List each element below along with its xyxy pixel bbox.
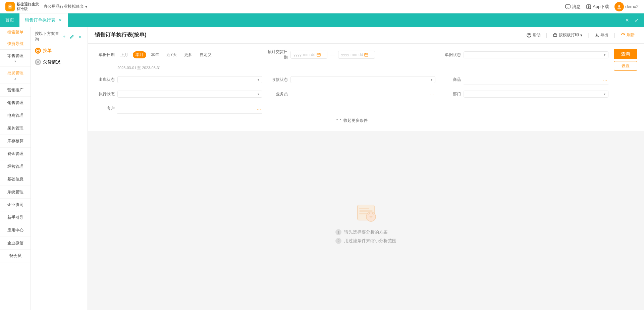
date-tab-more[interactable]: 更多 bbox=[181, 51, 195, 58]
sidebar-item-system[interactable]: 系统管理 bbox=[0, 186, 31, 199]
settings-btn[interactable]: 设置 bbox=[614, 61, 637, 71]
department-select[interactable]: ▾ bbox=[464, 91, 608, 98]
sidebar-item-label: 系统管理 bbox=[7, 189, 23, 195]
sidebar-item-label: 零售管理 bbox=[7, 53, 23, 59]
expected-date-from[interactable]: yyyy-mm-dd bbox=[290, 51, 327, 59]
sidebar-item-retail[interactable]: 零售管理 ▾ bbox=[0, 50, 31, 67]
calendar-icon bbox=[317, 53, 321, 57]
scheme-item-order[interactable]: 按单 bbox=[31, 45, 88, 56]
svg-point-8 bbox=[36, 60, 40, 64]
chevron-down-icon: ▾ bbox=[258, 92, 259, 96]
refresh-btn[interactable]: 刷新 bbox=[618, 31, 637, 39]
sidebar-item-operation[interactable]: 经营管理 bbox=[0, 160, 31, 173]
chevron-down-icon: ▾ bbox=[85, 4, 87, 9]
sidebar-item-guide[interactable]: 新手引导 bbox=[0, 211, 31, 224]
header-left: 畅捷通好生意 标准版 办公用品行业模拟账套 ▾ bbox=[5, 2, 89, 11]
filter-section: 单据日期 上月 本月 本年 近7天 更多 自定义 bbox=[88, 44, 644, 132]
sidebar-item-label: 资金管理 bbox=[7, 151, 23, 157]
sidebar-item-cooperation[interactable]: 企业协同 bbox=[0, 199, 31, 211]
salesperson-more-btn[interactable]: … bbox=[429, 90, 435, 98]
app-download-btn[interactable]: App下载 bbox=[586, 4, 609, 10]
customer-label: 客户 bbox=[95, 106, 115, 111]
sidebar-quick-nav[interactable]: 快捷导航 bbox=[0, 38, 31, 50]
sidebar-item-marketing[interactable]: 营销推广 bbox=[0, 84, 31, 97]
sidebar: 搜索菜单 快捷导航 零售管理 ▾ 批发管理 ▴ 营销推广 销售管理 电商管理 采… bbox=[0, 27, 31, 310]
salesperson-label: 业务员 bbox=[268, 91, 288, 97]
receipt-status-label: 收款状态 bbox=[268, 77, 288, 83]
sidebar-item-label: 库存核算 bbox=[7, 138, 23, 144]
date-tab-this-year[interactable]: 本年 bbox=[148, 51, 162, 58]
user-area[interactable]: demo2 bbox=[614, 2, 639, 11]
receipt-status-select[interactable]: ▾ bbox=[290, 76, 435, 83]
date-tab-this-month[interactable]: 本月 bbox=[133, 51, 146, 58]
industry-selector[interactable]: 办公用品行业模拟账套 ▾ bbox=[42, 3, 89, 10]
sidebar-search[interactable]: 搜索菜单 bbox=[0, 27, 31, 38]
sidebar-item-vip[interactable]: 畅会员 bbox=[0, 250, 31, 262]
empty-tip-2: 2 用过滤条件来缩小分析范围 bbox=[335, 238, 396, 244]
tip-num-2: 2 bbox=[335, 238, 341, 244]
chevron-down-icon: ▾ bbox=[604, 92, 605, 96]
date-tab-custom[interactable]: 自定义 bbox=[197, 51, 214, 58]
add-scheme-btn[interactable]: + bbox=[61, 33, 67, 40]
status-cell: 单据状态 ▾ bbox=[441, 51, 608, 58]
tab-bar: 首页 销售订单执行表 ✕ ✕ ⤢ bbox=[0, 13, 644, 27]
filter-panel-header: 按以下方案查询 + « bbox=[31, 31, 88, 45]
logo-icon bbox=[5, 2, 15, 11]
sidebar-item-label: 企业协同 bbox=[7, 202, 23, 208]
tab-home[interactable]: 首页 bbox=[0, 13, 19, 27]
chevron-icon: ▴ bbox=[14, 76, 16, 80]
sidebar-item-ecommerce[interactable]: 电商管理 bbox=[0, 109, 31, 122]
page-header: 销售订单执行表(按单) 帮助 | bbox=[88, 27, 644, 44]
expected-date-to[interactable]: yyyy-mm-dd bbox=[338, 51, 375, 59]
sidebar-item-finance[interactable]: 资金管理 bbox=[0, 148, 31, 160]
tab-close-icon[interactable]: ✕ bbox=[57, 17, 63, 23]
sidebar-item-basic[interactable]: 基础信息 bbox=[0, 173, 31, 186]
delivery-status-select[interactable]: ▾ bbox=[117, 76, 262, 83]
customer-more-btn[interactable]: … bbox=[256, 105, 262, 112]
date-tab-last-month[interactable]: 上月 bbox=[117, 51, 131, 58]
date-filter-cell: 单据日期 上月 本月 本年 近7天 更多 自定义 bbox=[95, 51, 262, 58]
expected-date-input-group: yyyy-mm-dd — yyyy-mm bbox=[290, 51, 435, 59]
refresh-icon bbox=[621, 33, 625, 38]
execution-status-select[interactable]: ▾ bbox=[117, 91, 262, 98]
tab-bar-actions: ✕ ⤢ bbox=[624, 17, 644, 23]
svg-rect-12 bbox=[317, 53, 320, 56]
sidebar-item-inventory[interactable]: 库存核算 bbox=[0, 135, 31, 148]
sidebar-item-purchase[interactable]: 采购管理 bbox=[0, 122, 31, 135]
query-btn[interactable]: 查询 bbox=[614, 49, 637, 59]
scheme-item-debt[interactable]: 欠货情况 bbox=[31, 56, 88, 68]
svg-point-10 bbox=[529, 36, 529, 36]
chevron-icon: ▾ bbox=[14, 59, 16, 63]
sidebar-item-appstore[interactable]: 应用中心 bbox=[0, 224, 31, 237]
message-btn[interactable]: 消息 bbox=[565, 4, 581, 10]
status-select[interactable]: ▾ bbox=[464, 51, 608, 58]
tab-close-window-btn[interactable]: ✕ bbox=[624, 17, 631, 23]
chevron-down-icon: ▾ bbox=[431, 78, 432, 82]
help-btn[interactable]: 帮助 bbox=[524, 31, 543, 39]
empty-illustration bbox=[353, 198, 379, 225]
sidebar-item-label: 批发管理 bbox=[7, 70, 23, 76]
export-btn[interactable]: 导出 bbox=[592, 31, 611, 39]
print-icon bbox=[553, 33, 557, 38]
template-print-btn[interactable]: 按模板打印 ▾ bbox=[550, 31, 585, 39]
edit-scheme-btn[interactable] bbox=[69, 33, 75, 40]
tab-maximize-btn[interactable]: ⤢ bbox=[633, 17, 640, 23]
tab-sales-order[interactable]: 销售订单执行表 ✕ bbox=[19, 13, 68, 27]
customer-cell: 客户 … bbox=[95, 103, 262, 114]
sidebar-item-sales[interactable]: 销售管理 bbox=[0, 97, 31, 109]
sidebar-item-wholesale[interactable]: 批发管理 ▴ bbox=[0, 67, 31, 84]
sidebar-item-label: 基础信息 bbox=[7, 176, 23, 182]
goods-label: 商品 bbox=[441, 77, 461, 83]
goods-more-btn[interactable]: … bbox=[602, 76, 608, 83]
collapse-btn[interactable]: ⌃⌃ 收起更多条件 bbox=[95, 115, 608, 126]
delivery-status-cell: 出库状态 ▾ bbox=[95, 76, 262, 83]
date-range-display: 2023-03-01 至 2023-03-31 bbox=[117, 66, 161, 70]
sidebar-item-wechat[interactable]: 企业微信 bbox=[0, 237, 31, 250]
collapse-up-icon: ⌃⌃ bbox=[335, 118, 342, 123]
logo-area: 畅捷通好生意 标准版 bbox=[5, 2, 39, 11]
collapse-panel-btn[interactable]: « bbox=[77, 33, 84, 40]
svg-rect-17 bbox=[359, 213, 368, 214]
date-tab-7days[interactable]: 近7天 bbox=[164, 51, 179, 58]
print-chevron-icon: ▾ bbox=[580, 33, 582, 38]
status-label: 单据状态 bbox=[441, 52, 461, 58]
